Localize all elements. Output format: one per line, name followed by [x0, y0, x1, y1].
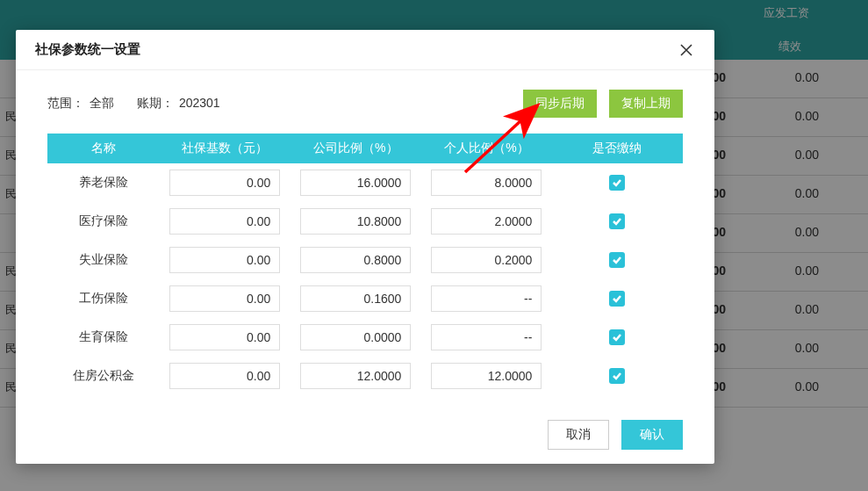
company-input[interactable] [300, 247, 411, 273]
scope-value: 全部 [90, 96, 114, 110]
table-row: 养老保险 [47, 163, 683, 202]
check-icon [612, 371, 622, 381]
pay-checkbox[interactable] [609, 252, 625, 268]
base-input[interactable] [169, 285, 280, 312]
row-name: 生育保险 [47, 318, 160, 357]
table-row: 医疗保险 [47, 202, 683, 241]
row-name: 养老保险 [47, 163, 160, 202]
company-input[interactable] [300, 208, 411, 235]
company-input[interactable] [300, 285, 411, 312]
base-input[interactable] [169, 324, 280, 350]
personal-input[interactable] [431, 208, 542, 235]
row-name: 医疗保险 [47, 202, 160, 241]
base-input[interactable] [169, 170, 280, 196]
info-row: 范围：全部 账期：202301 同步后期 复制上期 [47, 90, 683, 118]
params-table: 名称 社保基数（元） 公司比例（%） 个人比例（%） 是否缴纳 养老保险医疗保险… [47, 134, 683, 395]
close-icon [679, 43, 693, 57]
pay-checkbox[interactable] [609, 175, 625, 191]
check-icon [612, 332, 622, 343]
period-label: 账期： [137, 96, 174, 110]
copy-prev-button[interactable]: 复制上期 [609, 90, 683, 118]
personal-input[interactable] [431, 324, 542, 350]
period-value: 202301 [179, 96, 220, 110]
personal-input[interactable] [431, 170, 542, 196]
base-input[interactable] [169, 247, 280, 273]
base-input[interactable] [169, 363, 280, 389]
company-input[interactable] [300, 363, 411, 389]
modal-header: 社保参数统一设置 [16, 30, 714, 70]
modal-title: 社保参数统一设置 [35, 41, 140, 58]
modal-footer: 取消 确认 [16, 411, 714, 464]
cancel-button[interactable]: 取消 [548, 420, 609, 450]
pay-checkbox[interactable] [609, 213, 625, 229]
personal-input[interactable] [431, 247, 542, 273]
table-row: 工伤保险 [47, 279, 683, 318]
check-icon [612, 177, 622, 188]
table-row: 失业保险 [47, 241, 683, 279]
th-pay: 是否缴纳 [552, 134, 683, 163]
check-icon [612, 255, 622, 265]
confirm-button[interactable]: 确认 [621, 420, 683, 450]
check-icon [612, 216, 622, 227]
pay-checkbox[interactable] [609, 329, 625, 345]
th-base: 社保基数（元） [160, 134, 291, 163]
scope-label: 范围： [47, 96, 84, 110]
pay-checkbox[interactable] [609, 368, 625, 384]
social-insurance-modal: 社保参数统一设置 范围：全部 账期：202301 同步后期 复制上期 名称 社保… [16, 30, 714, 464]
base-input[interactable] [169, 208, 280, 235]
row-name: 住房公积金 [47, 357, 160, 395]
check-icon [612, 293, 622, 304]
pay-checkbox[interactable] [609, 291, 625, 307]
table-row: 住房公积金 [47, 357, 683, 395]
company-input[interactable] [300, 170, 411, 196]
personal-input[interactable] [431, 285, 542, 312]
th-name: 名称 [47, 134, 160, 163]
table-row: 生育保险 [47, 318, 683, 357]
company-input[interactable] [300, 324, 411, 350]
sync-later-button[interactable]: 同步后期 [523, 90, 597, 118]
th-company: 公司比例（%） [291, 134, 421, 163]
row-name: 工伤保险 [47, 279, 160, 318]
row-name: 失业保险 [47, 241, 160, 279]
personal-input[interactable] [431, 363, 542, 389]
th-personal: 个人比例（%） [421, 134, 552, 163]
close-button[interactable] [678, 41, 695, 59]
